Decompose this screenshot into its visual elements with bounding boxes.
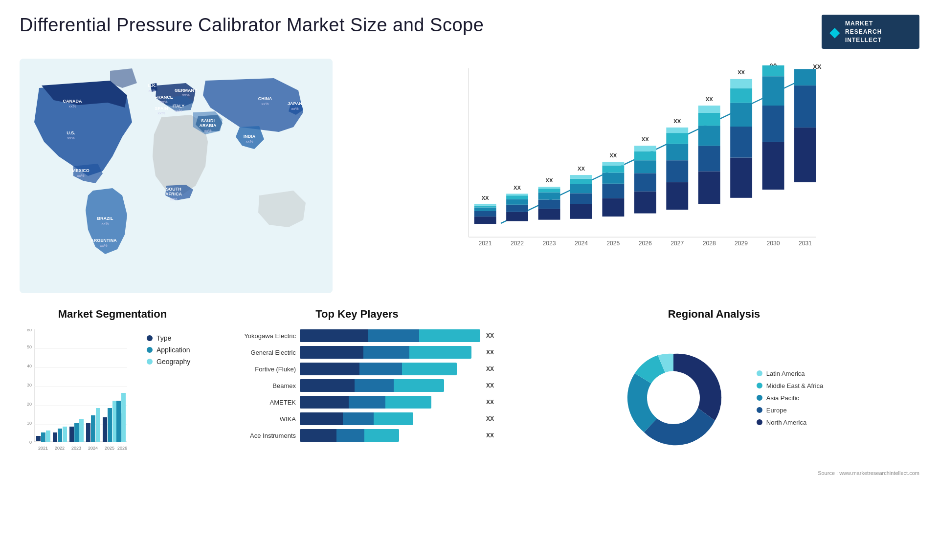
svg-rect-86	[762, 106, 784, 142]
kp-row-beamex: Beamex XX	[220, 379, 494, 392]
svg-rect-120	[79, 419, 84, 442]
seg-legend-application: Application	[147, 346, 190, 354]
svg-text:xx%: xx%	[157, 111, 165, 115]
svg-text:2027: 2027	[671, 240, 684, 247]
kp-label-5: WIKA	[220, 415, 296, 423]
svg-rect-23	[474, 211, 496, 216]
svg-text:30: 30	[27, 383, 32, 388]
svg-rect-87	[762, 77, 784, 106]
svg-rect-59	[634, 161, 656, 173]
svg-text:60: 60	[27, 329, 32, 332]
svg-text:XX: XX	[770, 64, 777, 66]
svg-text:XX: XX	[514, 185, 521, 191]
svg-rect-80	[730, 103, 752, 127]
svg-rect-33	[506, 194, 528, 196]
svg-rect-92	[794, 86, 816, 128]
map-label-saudi: SAUDI	[201, 118, 215, 123]
regional-legend: Latin America Middle East & Africa Asia …	[757, 370, 823, 426]
svg-text:XX: XX	[706, 96, 713, 102]
svg-text:2026: 2026	[639, 240, 652, 247]
seg-legend-geography: Geography	[147, 358, 190, 366]
page-header: Differential Pressure Calibrator Market …	[20, 15, 919, 49]
svg-rect-66	[666, 144, 688, 161]
source-text: Source : www.marketresearchintellect.com	[509, 470, 919, 476]
svg-text:XX: XX	[813, 64, 822, 70]
kp-bar-2	[300, 363, 480, 375]
svg-text:xx%: xx%	[67, 136, 74, 140]
map-label-brazil: BRAZIL	[97, 216, 113, 221]
svg-text:xx%: xx%	[100, 243, 107, 248]
bottom-row: Market Segmentation 0 10 20 30 40 50 60	[20, 308, 919, 513]
svg-text:2030: 2030	[767, 240, 780, 247]
logo: ◆ MARKET RESEARCH INTELLECT	[822, 15, 919, 49]
svg-text:AFRICA: AFRICA	[165, 192, 182, 196]
map-label-spain: SPAIN	[155, 106, 168, 111]
svg-rect-119	[74, 423, 79, 442]
svg-rect-54	[602, 162, 624, 165]
svg-rect-122	[86, 423, 90, 442]
map-label-germany: GERMANY	[175, 88, 197, 93]
svg-rect-60	[634, 151, 656, 161]
kp-bar-3	[300, 379, 480, 392]
svg-rect-24	[474, 208, 496, 211]
svg-rect-50	[602, 198, 624, 216]
svg-point-134	[647, 371, 700, 424]
bar-chart-section: 2021 XX 2022 XX 2023 XX 2024	[347, 59, 919, 293]
svg-text:XX: XX	[546, 177, 553, 183]
top-row: CANADA xx% U.S. xx% MEXICO xx% BRAZIL xx…	[20, 59, 919, 293]
map-label-france: FRANCE	[155, 95, 173, 100]
svg-text:XX: XX	[578, 166, 585, 172]
svg-text:0: 0	[29, 440, 32, 445]
legend-dot-mea	[757, 383, 762, 388]
svg-rect-111	[41, 432, 45, 442]
svg-rect-68	[666, 128, 688, 133]
svg-rect-25	[474, 206, 496, 208]
world-map: CANADA xx% U.S. xx% MEXICO xx% BRAZIL xx…	[20, 59, 333, 293]
legend-dot-asia	[757, 395, 762, 401]
svg-rect-131	[116, 401, 121, 442]
svg-text:2026: 2026	[117, 446, 127, 451]
svg-text:2028: 2028	[703, 240, 716, 247]
svg-rect-115	[58, 429, 62, 442]
svg-rect-43	[570, 204, 592, 219]
svg-rect-64	[666, 182, 688, 210]
svg-rect-65	[666, 161, 688, 183]
svg-rect-37	[538, 200, 560, 209]
svg-rect-124	[96, 408, 100, 442]
kp-label-1: General Electric	[220, 349, 296, 356]
kp-bar-6	[300, 429, 480, 442]
legend-latin-america: Latin America	[757, 370, 823, 377]
kp-row-ace: Ace Instruments XX	[220, 429, 494, 442]
svg-rect-29	[506, 212, 528, 221]
svg-text:xx%: xx%	[68, 104, 76, 108]
map-label-argentina: ARGENTINA	[90, 238, 117, 243]
svg-rect-81	[730, 88, 752, 103]
kp-row-fortive: Fortive (Fluke) XX	[220, 363, 494, 375]
svg-text:2031: 2031	[799, 240, 812, 247]
svg-text:xx%: xx%	[246, 139, 253, 144]
svg-text:ARABIA: ARABIA	[200, 123, 217, 128]
legend-dot-europe	[757, 407, 762, 413]
svg-rect-58	[634, 173, 656, 192]
svg-rect-88	[762, 65, 784, 76]
svg-rect-110	[36, 436, 41, 441]
svg-text:2022: 2022	[55, 446, 65, 451]
svg-rect-26	[474, 204, 496, 206]
svg-text:20: 20	[27, 402, 32, 407]
svg-rect-127	[108, 408, 112, 442]
page-title: Differential Pressure Calibrator Market …	[20, 15, 484, 36]
map-label-mexico: MEXICO	[72, 168, 89, 173]
kp-label-6: Ace Instruments	[220, 432, 296, 439]
svg-rect-82	[730, 79, 752, 88]
svg-rect-75	[698, 106, 720, 113]
svg-rect-57	[634, 192, 656, 214]
segmentation-legend: Type Application Geography	[147, 334, 190, 366]
svg-text:2021: 2021	[38, 446, 48, 451]
map-label-china: CHINA	[258, 96, 272, 101]
svg-rect-93	[794, 69, 816, 86]
svg-text:XX: XX	[482, 195, 489, 201]
key-players-title: Top Key Players	[220, 308, 494, 321]
svg-rect-91	[794, 128, 816, 182]
svg-rect-116	[63, 427, 67, 442]
seg-legend-type: Type	[147, 334, 190, 342]
